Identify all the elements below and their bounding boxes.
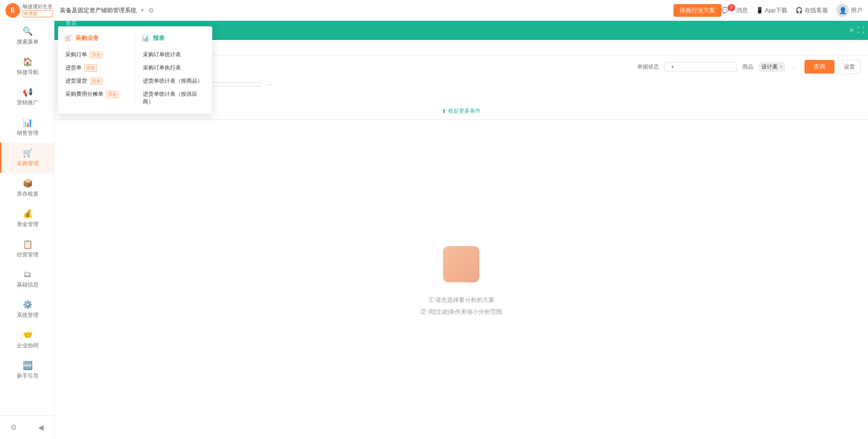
dropdown-col-purchase: 🛒 采购业务 采购订单历史进货单历史进货退货历史采购费用分摊单历史 — [58, 32, 136, 109]
newbie-icon: 🆕 — [23, 360, 33, 370]
phone-icon: 📱 — [756, 7, 763, 14]
dropdown-item-采购费用分摊单[interactable]: 采购费用分摊单历史 — [63, 88, 130, 101]
history-badge: 历史 — [90, 78, 102, 85]
dropdown-item-进货退货[interactable]: 进货退货历史 — [63, 74, 130, 88]
header-right: 💬 9 消息 📱 App下载 🎧 在线客服 👤 用户 — [722, 4, 863, 17]
dropdown-item-label: 采购订单执行表 — [143, 64, 181, 72]
logo-area: 6 畅捷通好生意 标准版 — [5, 3, 60, 18]
goods-tag-close[interactable]: × — [780, 64, 782, 69]
voucher-status-select[interactable]: ▼ — [664, 62, 737, 72]
sidebar-item-purchase[interactable]: 🛒采购管理 — [0, 143, 54, 173]
sidebar-item-quick[interactable]: 🏠快捷导航 — [0, 51, 54, 82]
goods-dots[interactable]: ··· — [790, 64, 795, 70]
user-btn[interactable]: 👤 用户 — [836, 4, 863, 17]
dropdown-item-采购订单执行表[interactable]: 采购订单执行表 — [141, 61, 207, 74]
system-dropdown-arrow[interactable]: ▼ — [140, 8, 145, 13]
window-expand-btn[interactable]: ⛶ — [857, 26, 864, 35]
dropdown-item-label: 进货单统计表（按供应商） — [143, 90, 205, 106]
dropdown-item-进货单统计表按供应商[interactable]: 进货单统计表（按供应商） — [141, 88, 207, 109]
sidebar: 🔍搜索菜单🏠快捷导航📢营销推广📊销售管理🛒采购管理📦库存核算💰资金管理📋经营管理… — [0, 21, 54, 439]
avatar: 👤 — [836, 4, 849, 17]
settings-btn[interactable]: 设置 — [838, 60, 861, 74]
salesman-dots[interactable]: ··· — [267, 81, 272, 88]
gear-icon[interactable]: ⚙ — [148, 7, 154, 14]
sales-icon: 📊 — [23, 118, 33, 128]
sidebar-collapse-btn[interactable]: ◀ — [36, 421, 45, 434]
search-icon: 🔍 — [23, 26, 33, 36]
sidebar-bottom: ⚙ ◀ — [0, 415, 54, 439]
voucher-status-label: 单据状态 — [637, 63, 659, 71]
purchase-icon: 🛒 — [23, 148, 33, 158]
online-service-btn[interactable]: 🎧 在线客服 — [795, 6, 828, 15]
dropdown-col1-header: 🛒 采购业务 — [63, 32, 130, 46]
marketing-icon: 📢 — [23, 87, 33, 97]
dropdown-col2-items: 采购订单统计表采购订单执行表进货单统计表（按商品）进货单统计表（按供应商） — [141, 48, 207, 109]
logo-icon: 6 — [5, 3, 20, 18]
window-close-btn[interactable]: × — [849, 26, 853, 35]
purchase-dropdown-menu: 🛒 采购业务 采购订单历史进货单历史进货退货历史采购费用分摊单历史 📊 报表 采… — [58, 26, 212, 114]
goods-tag: 设计素 × — [759, 62, 785, 72]
sidebar-item-operation[interactable]: 📋经营管理 — [0, 234, 54, 264]
dropdown-item-label: 采购订单 — [65, 51, 87, 59]
sidebar-item-newbie[interactable]: 🆕新手引导 — [0, 355, 54, 385]
empty-hint2: ② 用[过滤]条件来缩小分析范围 — [420, 306, 502, 318]
dropdown-item-label: 进货退货 — [65, 77, 87, 85]
headset-icon: 🎧 — [795, 7, 803, 14]
system-title-area: 装备及固定资产辅助管理系统 ▼ ⚙ — [60, 6, 673, 15]
app-download-btn[interactable]: 📱 App下载 — [756, 6, 787, 15]
finance-icon: 💰 — [23, 209, 33, 219]
dropdown-item-label: 采购订单统计表 — [143, 51, 181, 59]
sidebar-item-system[interactable]: ⚙️系统管理 — [0, 294, 54, 325]
top-header: 6 畅捷通好生意 标准版 装备及固定资产辅助管理系统 ▼ ⚙ 体验行业方案 💬 … — [0, 0, 868, 21]
collapse-icon: ⬆ — [442, 108, 446, 114]
empty-robot-icon — [443, 246, 479, 282]
inventory-icon: 📦 — [23, 178, 33, 188]
system-title-text: 装备及固定资产辅助管理系统 — [60, 6, 137, 15]
logo-name: 畅捷通好生意 — [23, 3, 53, 10]
system-icon: ⚙️ — [23, 300, 33, 310]
sidebar-items: 🔍搜索菜单🏠快捷导航📢营销推广📊销售管理🛒采购管理📦库存核算💰资金管理📋经营管理… — [0, 21, 54, 385]
history-badge: 历史 — [106, 91, 119, 98]
basic-icon: 🗂 — [24, 270, 32, 279]
content-area: ① 请先选择要分析的方案 ② 用[过滤]条件来缩小分析范围 — [54, 120, 868, 439]
message-label: 消息 — [736, 6, 748, 15]
voucher-status-arrow: ▼ — [670, 64, 675, 69]
sidebar-item-basic[interactable]: 🗂基础信息 — [0, 264, 54, 294]
sidebar-item-sales[interactable]: 📊销售管理 — [0, 112, 54, 143]
empty-illustration — [434, 242, 488, 287]
history-badge: 历史 — [90, 51, 102, 59]
empty-hint1: ① 请先选择要分析的方案 — [420, 294, 502, 306]
sidebar-item-marketing[interactable]: 📢营销推广 — [0, 82, 54, 112]
sidebar-item-coop[interactable]: 🤝企业协同 — [0, 325, 54, 355]
purchase-col-icon: 🛒 — [63, 34, 73, 43]
coop-icon: 🤝 — [23, 330, 33, 340]
dropdown-item-进货单[interactable]: 进货单历史 — [63, 61, 130, 74]
dropdown-item-采购订单[interactable]: 采购订单历史 — [63, 48, 130, 61]
goods-label: 商品 — [742, 63, 753, 71]
dropdown-item-进货单统计表按商品[interactable]: 进货单统计表（按商品） — [141, 74, 207, 88]
sidebar-item-search[interactable]: 🔍搜索菜单 — [0, 21, 54, 51]
sidebar-item-finance[interactable]: 💰资金管理 — [0, 203, 54, 234]
sidebar-settings-btn[interactable]: ⚙ — [9, 421, 19, 434]
dropdown-col-report: 📊 报表 采购订单统计表采购订单执行表进货单统计表（按商品）进货单统计表（按供应… — [136, 32, 213, 109]
dropdown-item-label: 采购费用分摊单 — [65, 90, 103, 98]
dropdown-item-label: 进货单统计表（按商品） — [143, 77, 203, 85]
sidebar-item-inventory[interactable]: 📦库存核算 — [0, 173, 54, 203]
message-btn[interactable]: 💬 9 消息 — [722, 6, 748, 15]
empty-text: ① 请先选择要分析的方案 ② 用[过滤]条件来缩小分析范围 — [420, 294, 502, 318]
history-badge: 历史 — [84, 64, 97, 72]
tab-bar-actions: × ⛶ — [849, 26, 864, 35]
logo-badge: 标准版 — [23, 10, 53, 17]
dropdown-item-label: 进货单 — [65, 64, 82, 72]
dropdown-col2-header: 📊 报表 — [141, 32, 207, 46]
dropdown-item-采购订单统计表[interactable]: 采购订单统计表 — [141, 48, 207, 61]
operation-icon: 📋 — [23, 239, 33, 249]
dropdown-col1-items: 采购订单历史进货单历史进货退货历史采购费用分摊单历史 — [63, 48, 130, 101]
message-badge: 9 — [728, 4, 735, 11]
industry-btn[interactable]: 体验行业方案 — [673, 4, 722, 17]
collapse-btn[interactable]: ⬆ 收起更多条件 — [442, 107, 481, 115]
query-btn[interactable]: 查询 — [805, 60, 834, 74]
quick-icon: 🏠 — [23, 57, 33, 67]
report-col-icon: 📊 — [141, 34, 150, 43]
dropdown-columns: 🛒 采购业务 采购订单历史进货单历史进货退货历史采购费用分摊单历史 📊 报表 采… — [58, 32, 212, 109]
